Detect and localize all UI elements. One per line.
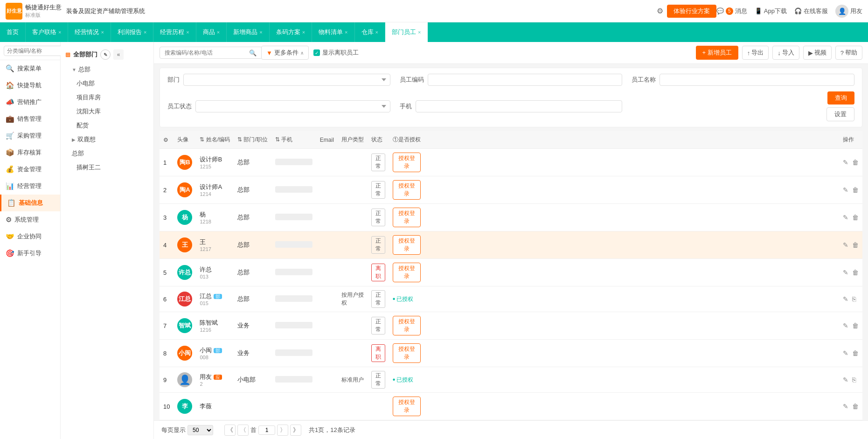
dept-node-parent[interactable]: ▼ 总部: [61, 63, 153, 77]
auth-button[interactable]: 授权登录: [393, 263, 421, 282]
sidebar-item-search[interactable]: 🔍 搜索菜单: [0, 60, 60, 77]
col-dept-position[interactable]: ⇅ 部门/职位: [234, 131, 271, 149]
close-icon[interactable]: ×: [58, 29, 61, 35]
sidebar-item-business[interactable]: 📊 经营管理: [0, 178, 60, 195]
online-service-button[interactable]: 🎧 在线客服: [794, 7, 828, 15]
sidebar-item-system[interactable]: ⚙ 系统管理: [0, 211, 60, 228]
dept-edit-button[interactable]: ✎: [100, 49, 111, 60]
dept-node-peihuo[interactable]: 配货: [61, 118, 153, 132]
delete-icon[interactable]: 🗑: [852, 349, 859, 357]
auth-button[interactable]: 授权登录: [393, 180, 421, 200]
auth-button[interactable]: 授权登录: [393, 208, 421, 227]
close-icon[interactable]: ×: [217, 29, 220, 35]
page-number-input[interactable]: [258, 425, 275, 435]
col-name-code[interactable]: ⇅ 姓名/编码: [196, 131, 234, 149]
dept-node-xiaodian[interactable]: 小电部: [61, 77, 153, 91]
delete-icon[interactable]: 🗑: [852, 159, 859, 166]
dept-filter-select[interactable]: [183, 74, 390, 86]
sidebar-item-finance[interactable]: 💰 资金管理: [0, 161, 60, 178]
query-button[interactable]: 查询: [827, 91, 854, 105]
close-icon[interactable]: ×: [375, 29, 378, 35]
prev-page-button[interactable]: 〈: [237, 425, 249, 436]
delete-icon[interactable]: 🗑: [852, 186, 859, 194]
show-former-checkbox-area[interactable]: ✓ 显示离职员工: [313, 49, 359, 57]
close-icon[interactable]: ×: [345, 29, 347, 35]
per-page-select[interactable]: 50 100 200: [187, 425, 213, 435]
trial-button[interactable]: 体验行业方案: [667, 5, 716, 18]
video-button[interactable]: ▶ 视频: [803, 46, 832, 60]
tab-history[interactable]: 经营历程 ×: [153, 22, 196, 42]
edit-icon[interactable]: ✎: [843, 376, 848, 383]
edit-icon[interactable]: ✎: [843, 159, 848, 166]
dept-node-project[interactable]: 项目库房: [61, 91, 153, 105]
tab-warehouse[interactable]: 仓库 ×: [355, 22, 385, 42]
close-icon[interactable]: ×: [186, 29, 189, 35]
delete-icon[interactable]: 🗑: [852, 269, 859, 276]
tab-bom[interactable]: 物料清单 ×: [312, 22, 354, 42]
tab-business-status[interactable]: 经营情况 ×: [68, 22, 111, 42]
phone-filter-input[interactable]: [416, 100, 623, 112]
edit-icon[interactable]: ✎: [843, 186, 848, 194]
gear-icon[interactable]: ⚙: [657, 7, 663, 15]
auth-button[interactable]: 授权登录: [393, 316, 421, 335]
dept-node-zongbu[interactable]: 总部: [61, 146, 153, 160]
close-icon[interactable]: ×: [418, 29, 421, 35]
close-icon[interactable]: ×: [302, 29, 305, 35]
auth-button[interactable]: 授权登录: [393, 153, 421, 172]
edit-icon[interactable]: ✎: [843, 214, 848, 221]
tab-department-employee[interactable]: 部门员工 ×: [385, 22, 428, 42]
status-filter-select[interactable]: [195, 100, 390, 112]
employee-search-button[interactable]: 🔍: [249, 49, 257, 56]
edit-icon[interactable]: ✎: [843, 349, 848, 357]
tab-customer[interactable]: 客户联络 ×: [26, 22, 68, 42]
sidebar-item-purchase[interactable]: 🛒 采购管理: [0, 127, 60, 144]
delete-icon[interactable]: 🗑: [852, 403, 859, 410]
close-icon[interactable]: ×: [259, 29, 262, 35]
close-icon[interactable]: ×: [144, 29, 146, 35]
auth-button[interactable]: 授权登录: [393, 397, 421, 416]
message-button[interactable]: 💬 5 消息: [716, 7, 747, 15]
dept-node-shuanglu[interactable]: ▶ 双鹿想: [61, 132, 153, 146]
sidebar-item-quicknav[interactable]: 🏠 快捷导航: [0, 77, 60, 94]
export-button[interactable]: ↑ 导出: [742, 46, 769, 60]
copy-icon[interactable]: ⎘: [852, 295, 856, 303]
tab-new-goods[interactable]: 新增商品 ×: [227, 22, 269, 42]
empname-filter-input[interactable]: [660, 74, 854, 86]
last-page-button[interactable]: 》: [290, 425, 301, 436]
edit-icon[interactable]: ✎: [843, 269, 848, 276]
import-button[interactable]: ↓ 导入: [772, 46, 799, 60]
tab-goods[interactable]: 商品 ×: [196, 22, 227, 42]
sidebar-item-marketing[interactable]: 📣 营销推广: [0, 94, 60, 111]
close-icon[interactable]: ×: [101, 29, 104, 35]
auth-button[interactable]: 授权登录: [393, 343, 421, 363]
dept-node-chashuwang[interactable]: 插树王二: [61, 160, 153, 174]
sidebar-item-guide[interactable]: 🎯 新手引导: [0, 245, 60, 262]
col-phone[interactable]: ⇅ 手机: [271, 131, 316, 149]
delete-icon[interactable]: 🗑: [852, 214, 859, 221]
edit-icon[interactable]: ✎: [843, 403, 848, 410]
delete-icon[interactable]: 🗑: [852, 241, 859, 249]
edit-icon[interactable]: ✎: [843, 241, 848, 249]
employee-search-input[interactable]: [160, 47, 262, 59]
sidebar-item-basic-info[interactable]: 📋 基础信息: [0, 195, 60, 211]
more-conditions-button[interactable]: ▼ 更多条件 ∧: [261, 46, 309, 60]
edit-icon[interactable]: ✎: [843, 295, 848, 303]
dept-collapse-button[interactable]: «: [113, 49, 124, 60]
help-button[interactable]: ? 帮助: [835, 46, 862, 60]
tab-profit[interactable]: 利润报告 ×: [111, 22, 153, 42]
dept-node-shenyang[interactable]: 沈阳大库: [61, 105, 153, 118]
empcode-filter-input[interactable]: [428, 74, 623, 86]
sidebar-item-collab[interactable]: 🤝 企业协同: [0, 228, 60, 245]
next-page-button[interactable]: 〉: [277, 425, 288, 436]
sidebar-item-inventory[interactable]: 📦 库存核算: [0, 144, 60, 161]
app-download-button[interactable]: 📱 App下载: [755, 7, 787, 15]
reset-button[interactable]: 设置: [826, 107, 854, 121]
tab-barcode[interactable]: 条码方案 ×: [270, 22, 312, 42]
tab-home[interactable]: 首页: [0, 22, 26, 42]
copy-icon[interactable]: ⎘: [852, 376, 856, 383]
add-employee-button[interactable]: + 新增员工: [696, 46, 738, 60]
show-former-checkbox[interactable]: ✓: [313, 49, 320, 56]
auth-button[interactable]: 授权登录: [393, 235, 421, 255]
sidebar-item-sales[interactable]: 💼 销售管理: [0, 111, 60, 127]
user-avatar-button[interactable]: 👤 用友: [835, 5, 862, 18]
